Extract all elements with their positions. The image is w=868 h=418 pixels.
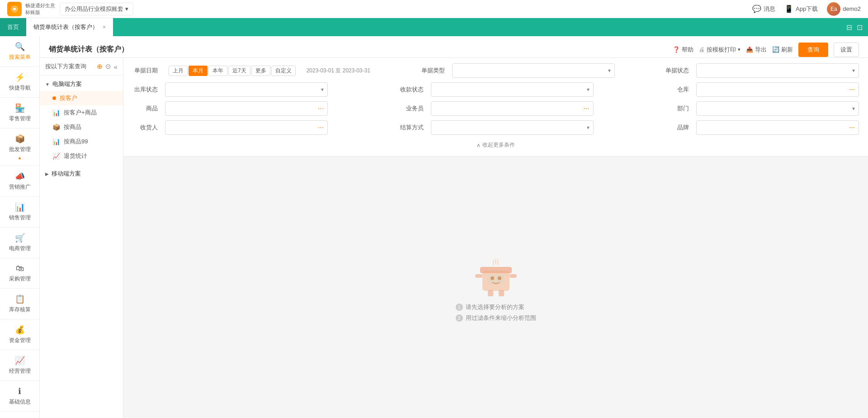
settlement-control[interactable]: ▾ [431, 120, 594, 135]
settings-scheme-icon[interactable]: ⊙ [105, 62, 111, 71]
brand-dots[interactable]: ··· [849, 124, 855, 132]
date-btn-custom[interactable]: 自定义 [271, 66, 296, 76]
sidebar-item-quick-nav[interactable]: ⚡ 快捷导航 [0, 67, 39, 98]
sidebar-item-sales[interactable]: 📊 销售管理 [0, 197, 39, 228]
tab-active[interactable]: 销货单统计表（按客户） × [26, 18, 113, 36]
recipient-label: 收货人 [132, 124, 158, 132]
sidebar-item-search-menu[interactable]: 🔍 搜索菜单 [0, 36, 39, 67]
date-btn-this-year[interactable]: 本年 [208, 66, 227, 76]
purchase-icon: 🛍 [16, 264, 24, 273]
warehouse-control[interactable]: ··· [696, 82, 859, 97]
empty-illustration [469, 252, 523, 298]
ecommerce-icon: 🛒 [15, 233, 25, 243]
sidebar-item-basic[interactable]: ℹ 基础信息 [0, 381, 39, 412]
mobile-arrow-icon: ▶ [45, 171, 49, 176]
scheme-item-by-product99[interactable]: 📊 按商品99 [40, 134, 123, 149]
print-icon: 🖨 [699, 46, 705, 53]
minimize-icon[interactable]: ⊟ [846, 23, 852, 32]
settlement-chevron: ▾ [587, 124, 590, 131]
export-icon: 📤 [746, 46, 753, 53]
download-icon: 📱 [784, 5, 793, 13]
order-status-chevron: ▾ [852, 67, 855, 74]
tab-actions: ⊟ ⊡ [846, 23, 868, 32]
sidebar-item-inventory[interactable]: 📋 库存核算 [0, 289, 39, 319]
brand-label: 品牌 [664, 124, 689, 132]
app-selector[interactable]: 办公用品行业模拟账套 ▾ [60, 3, 133, 15]
date-btn-7days[interactable]: 近7天 [228, 66, 250, 76]
collapse-arrow-icon: ∧ [476, 142, 481, 148]
sidebar-item-wholesale[interactable]: 📦 批发管理 ▲ [0, 128, 39, 166]
warehouse-label: 仓库 [664, 86, 689, 94]
empty-tips: 1 请先选择要分析的方案 2 用过滤条件来缩小分析范围 [456, 303, 536, 322]
empty-tip-2: 2 用过滤条件来缩小分析范围 [456, 314, 536, 322]
main-layout: 🔍 搜索菜单 ⚡ 快捷导航 🏪 零售管理 📦 批发管理 ▲ 📣 营销推广 📊 销… [0, 36, 868, 418]
date-btn-this-month[interactable]: 本月 [189, 66, 208, 76]
return-icon: 📈 [52, 152, 60, 160]
warehouse-dots[interactable]: ··· [849, 86, 855, 94]
settings-button[interactable]: 设置 [834, 43, 859, 57]
department-control[interactable]: ▾ [696, 101, 859, 116]
sidebar-item-retail[interactable]: 🏪 零售管理 [0, 98, 39, 128]
out-status-control[interactable]: ▾ [165, 82, 328, 97]
print-button[interactable]: 🖨 按模板打印 ▾ [699, 46, 741, 54]
date-btn-more[interactable]: 更多 [251, 66, 270, 76]
message-action[interactable]: 💬 消息 [752, 5, 775, 13]
pc-group-header[interactable]: ▼ 电脑端方案 [40, 77, 123, 91]
filter-row-3: 商品 ··· 业务员 ··· 部门 [132, 101, 859, 116]
quick-nav-icon: ⚡ [15, 72, 25, 82]
sidebar-item-ecommerce[interactable]: 🛒 电商管理 [0, 228, 39, 258]
sidebar-item-system[interactable]: ⚙ 系统管理 [0, 412, 39, 418]
sidebar-item-operations[interactable]: 📈 经营管理 [0, 350, 39, 381]
recipient-dots[interactable]: ··· [318, 124, 324, 132]
user-action[interactable]: Ea demo2 [827, 2, 861, 16]
sidebar-item-purchase[interactable]: 🛍 采购管理 [0, 258, 39, 289]
export-button[interactable]: 📤 导出 [746, 46, 767, 54]
receipt-status-chevron: ▾ [587, 86, 590, 93]
sidebar-item-marketing[interactable]: 📣 营销推广 [0, 166, 39, 197]
salesperson-dots[interactable]: ··· [583, 104, 589, 113]
date-btn-last-month[interactable]: 上月 [169, 66, 188, 76]
sidebar-item-finance[interactable]: 💰 资金管理 [0, 319, 39, 350]
filter-bar: 单据日期 上月 本月 本年 近7天 更多 自定义 2023-03-01 至 20… [123, 58, 868, 157]
scheme-item-return-stats[interactable]: 📈 退货统计 [40, 149, 123, 163]
right-panel: 单据日期 上月 本月 本年 近7天 更多 自定义 2023-03-01 至 20… [123, 58, 868, 418]
tab-close-icon[interactable]: × [103, 24, 106, 30]
recipient-control[interactable]: ··· [165, 120, 328, 135]
scheme-item-by-customer-product[interactable]: 📊 按客户+商品 [40, 105, 123, 120]
order-status-label: 单据状态 [664, 66, 689, 75]
collapse-btn[interactable]: ∧ 收起更多条件 [471, 139, 520, 151]
empty-state: 1 请先选择要分析的方案 2 用过滤条件来缩小分析范围 [123, 157, 868, 418]
header-left: 畅捷通好生意 标账版 办公用品行业模拟账套 ▾ [7, 2, 133, 16]
logo-text: 畅捷通好生意 标账版 [25, 2, 55, 15]
tab-home[interactable]: 首页 [0, 18, 26, 36]
maximize-icon[interactable]: ⊡ [857, 23, 863, 32]
order-status-control[interactable]: ▾ [696, 63, 859, 78]
logo-area: 畅捷通好生意 标账版 [7, 2, 55, 16]
order-type-control[interactable]: ▾ [452, 63, 615, 78]
product-control[interactable]: ··· [165, 101, 328, 116]
salesperson-control[interactable]: ··· [431, 101, 594, 116]
product-label: 商品 [132, 104, 158, 113]
brand-control[interactable]: ··· [696, 120, 859, 135]
date-range-text: 2023-03-01 至 2023-03-31 [307, 67, 370, 75]
refresh-button[interactable]: 🔄 刷新 [772, 46, 793, 54]
sidebar: 🔍 搜索菜单 ⚡ 快捷导航 🏪 零售管理 📦 批发管理 ▲ 📣 营销推广 📊 销… [0, 36, 40, 418]
content-area: 销货单统计表（按客户） ❓ 帮助 🖨 按模板打印 ▾ 📤 导出 🔄 刷新 [40, 36, 868, 418]
product-dots[interactable]: ··· [318, 104, 324, 113]
scheme-panel-actions: ⊕ ⊙ « [97, 62, 118, 71]
chart2-icon: 📊 [52, 138, 60, 145]
operations-icon: 📈 [15, 356, 25, 366]
filter-row-4: 收货人 ··· 结算方式 ▾ 品牌 [132, 120, 859, 135]
sales-icon: 📊 [15, 202, 25, 212]
add-scheme-icon[interactable]: ⊕ [97, 62, 103, 71]
mobile-group-header[interactable]: ▶ 移动端方案 [40, 167, 123, 180]
query-button[interactable]: 查询 [798, 43, 828, 57]
order-type-chevron: ▾ [608, 67, 611, 74]
receipt-status-control[interactable]: ▾ [431, 82, 594, 97]
collapse-scheme-icon[interactable]: « [114, 63, 118, 71]
help-button[interactable]: ❓ 帮助 [673, 46, 693, 54]
scheme-item-by-customer[interactable]: 按客户 [40, 91, 123, 105]
scheme-item-by-product[interactable]: 📦 按商品 [40, 120, 123, 134]
app-download-action[interactable]: 📱 App下载 [784, 5, 818, 13]
finance-icon: 💰 [15, 325, 25, 335]
